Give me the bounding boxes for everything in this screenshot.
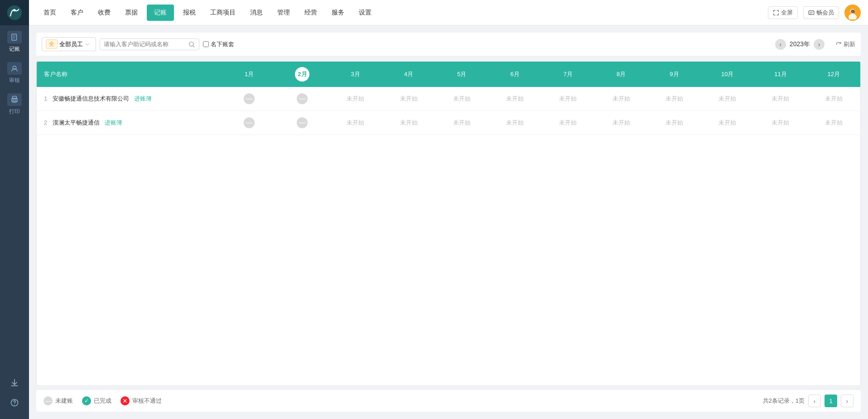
row1-m8: 未开始	[594, 87, 647, 111]
data-table-wrapper: 客户名称 1月 2月 3月	[36, 61, 861, 386]
fullscreen-button[interactable]: 全屏	[768, 6, 798, 19]
row2-m8-status: 未开始	[612, 119, 630, 126]
sidebar-item-audit[interactable]: 审核	[0, 57, 29, 88]
legend-green-icon: ✓	[82, 396, 91, 405]
row2-m11-status: 未开始	[772, 119, 789, 126]
row1-m9-status: 未开始	[665, 95, 683, 102]
row1-m12: 未开始	[807, 87, 860, 111]
sidebar-item-print[interactable]: 打印	[0, 88, 29, 119]
svg-point-12	[14, 405, 15, 405]
nav-ledger[interactable]: 记账	[147, 5, 174, 21]
row1-m5: 未开始	[435, 87, 488, 111]
nav-service[interactable]: 服务	[324, 0, 352, 25]
table-row: 1 安徽畅捷通信息技术有限公司 进账簿 — — 未开始 未开始	[37, 87, 860, 111]
row1-m4-status: 未开始	[400, 95, 418, 102]
row1-m10: 未开始	[701, 87, 754, 111]
legend-not-created: — 未建账	[43, 396, 73, 405]
row2-m5-status: 未开始	[453, 119, 471, 126]
row1-m11-status: 未开始	[772, 95, 789, 102]
col-header-mar: 3月	[329, 62, 382, 87]
main-area: 首页 客户 收费 票据 记账 报税 工商项目 消息	[29, 0, 868, 419]
nav-fee[interactable]: 收费	[91, 0, 118, 25]
row2-link[interactable]: 进账簿	[105, 119, 122, 126]
print-icon	[7, 93, 22, 106]
employee-select[interactable]: 全 全部员工	[42, 37, 96, 51]
row2-m1-status: —	[244, 117, 255, 128]
sidebar-item-download[interactable]	[0, 374, 29, 392]
page-prev-button[interactable]: ‹	[808, 395, 821, 407]
nav-tax[interactable]: 报税	[176, 0, 203, 25]
row1-m4: 未开始	[382, 87, 435, 111]
table-scroll: 客户名称 1月 2月 3月	[37, 62, 860, 135]
col-header-may: 5月	[435, 62, 488, 87]
row1-m3-status: 未开始	[347, 95, 364, 102]
svg-rect-13	[809, 10, 814, 14]
chevron-down-icon	[85, 42, 90, 47]
row1-m5-status: 未开始	[453, 95, 471, 102]
data-table: 客户名称 1月 2月 3月	[37, 62, 860, 135]
col-header-aug: 8月	[594, 62, 647, 87]
page-next-button[interactable]: ›	[841, 395, 854, 407]
nav-invoice[interactable]: 票据	[118, 0, 145, 25]
nav-settings[interactable]: 设置	[352, 0, 379, 25]
col-header-jun: 6月	[488, 62, 541, 87]
legend-gray-icon: —	[43, 396, 53, 405]
search-input[interactable]	[104, 41, 185, 48]
col-header-nov: 11月	[754, 62, 807, 87]
pagination: 共2条记录，1页 ‹ 1 ›	[763, 395, 854, 407]
toolbar: 全 全部员工 名下账套 ‹ 2023年 ›	[36, 33, 861, 56]
row1-m7-status: 未开始	[559, 95, 577, 102]
sidebar-item-audit-label: 审核	[9, 77, 20, 84]
row1-m9: 未开始	[648, 87, 701, 111]
checkbox-label[interactable]: 名下账套	[203, 40, 234, 48]
nav-manage[interactable]: 管理	[270, 0, 297, 25]
user-avatar[interactable]: 🐻	[844, 5, 861, 21]
refresh-label: 刷新	[844, 40, 855, 48]
row2-m8: 未开始	[594, 111, 647, 135]
year-next-button[interactable]: ›	[814, 39, 825, 50]
row1-m1-status: —	[244, 93, 255, 104]
avatar-image: 🐻	[846, 6, 859, 19]
refresh-button[interactable]: 刷新	[835, 40, 855, 48]
legend-rejected-label: 审核不通过	[132, 397, 162, 405]
legend-not-created-label: 未建账	[55, 397, 73, 405]
nav-biz[interactable]: 工商项目	[203, 0, 243, 25]
row1-m2: —	[276, 87, 329, 111]
member-button[interactable]: 畅会员	[803, 6, 839, 19]
col-header-oct: 10月	[701, 62, 754, 87]
account-checkbox[interactable]	[203, 41, 209, 47]
sidebar-bottom	[0, 374, 29, 419]
year-navigator: ‹ 2023年 ›	[775, 39, 825, 50]
current-month-circle: 2月	[295, 67, 309, 82]
sidebar-item-ledger[interactable]: 记账	[0, 25, 29, 57]
row2-m4: 未开始	[382, 111, 435, 135]
member-icon	[808, 10, 815, 16]
nav-client[interactable]: 客户	[63, 0, 91, 25]
row1-m11: 未开始	[754, 87, 807, 111]
search-icon[interactable]	[188, 41, 195, 48]
row2-num: 2	[44, 119, 47, 126]
row1-client-cell: 1 安徽畅捷通信息技术有限公司 进账簿	[37, 87, 223, 111]
col-header-feb: 2月	[276, 62, 329, 87]
employee-tag: 全	[46, 39, 58, 49]
col-header-jan: 1月	[223, 62, 276, 87]
topnav-right: 全屏 畅会员 🐻	[768, 5, 861, 21]
sidebar-item-help[interactable]	[0, 394, 29, 412]
row1-m3: 未开始	[329, 87, 382, 111]
legend-completed: ✓ 已完成	[82, 396, 111, 405]
row2-m7-status: 未开始	[559, 119, 577, 126]
nav-message[interactable]: 消息	[243, 0, 270, 25]
table-row: 2 漠澜太平畅捷通信 进账簿 — — 未开始 未开始	[37, 111, 860, 135]
row1-num: 1	[44, 95, 47, 102]
nav-home[interactable]: 首页	[36, 0, 63, 25]
nav-operation[interactable]: 经营	[297, 0, 324, 25]
page-current[interactable]: 1	[825, 395, 837, 407]
row1-link[interactable]: 进账簿	[134, 95, 152, 102]
row2-m9: 未开始	[648, 111, 701, 135]
refresh-icon	[835, 41, 842, 48]
col-header-client: 客户名称	[37, 62, 223, 87]
row2-name: 漠澜太平畅捷通信	[53, 119, 100, 126]
svg-point-0	[7, 5, 22, 20]
row2-m6: 未开始	[488, 111, 541, 135]
year-prev-button[interactable]: ‹	[775, 39, 786, 50]
